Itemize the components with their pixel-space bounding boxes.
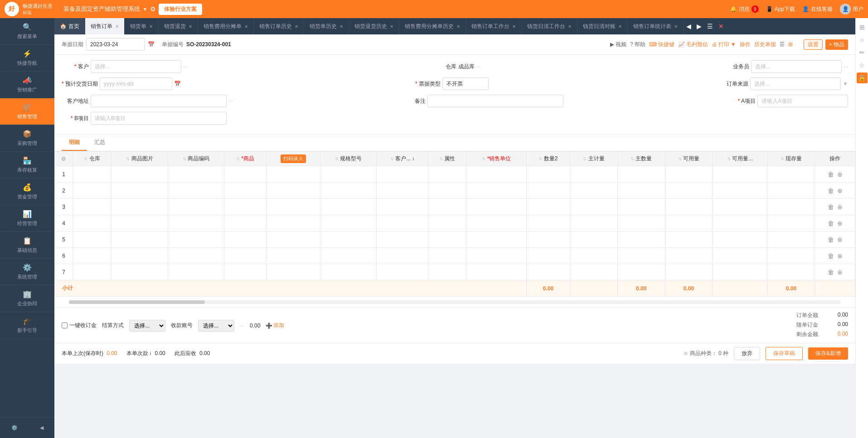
tab-home[interactable]: 🏠 首页 [54,18,85,34]
user-menu[interactable]: 👤 用户 [840,4,863,14]
tab-sales-back[interactable]: 销货单 ✕ [125,18,159,34]
warehouse-more-icon[interactable]: ··· [476,63,481,70]
sort-icon[interactable]: ⇅ [183,156,186,161]
delete-icon[interactable]: 🗑 [828,171,834,178]
right-icon-edit[interactable]: ✏ [857,47,868,58]
sidebar-item-finance[interactable]: 💰 资金管理 [0,178,54,205]
copy-icon[interactable]: ⊕ [837,171,843,178]
sort-icon[interactable]: ⇅ [538,156,542,161]
payment-method-select[interactable]: 选择... [129,320,165,332]
delete-icon[interactable]: 🗑 [828,252,834,260]
tab-credit-clear-workbench[interactable]: 钱货日清工作台 ✕ [522,18,577,34]
col-header-gear[interactable]: ⚙ [55,152,73,166]
copy-icon[interactable]: ⊕ [837,252,843,260]
salesperson-more-icon[interactable]: ··· [844,63,848,70]
solution-button[interactable]: 体验行业方案 [159,4,202,15]
address-more-icon[interactable]: ··· [228,98,233,104]
delete-icon[interactable]: 🗑 [828,269,834,276]
sort-icon[interactable]: ⇅ [390,156,394,161]
order-source-input[interactable] [750,77,841,90]
order-source-dropdown-icon[interactable]: ▼ [843,81,848,87]
settings-right-button[interactable]: 设置 [804,39,823,50]
copy-icon[interactable]: ⊕ [837,187,843,194]
b-project-input[interactable] [91,112,227,125]
tab-close-order-history[interactable]: ✕ [295,24,298,29]
sidebar-item-marketing[interactable]: 📣 营销推广 [0,72,54,98]
account-select[interactable]: 选择... [198,320,234,332]
copy-icon[interactable]: ⊕ [837,236,843,243]
one-click-deposit-checkbox[interactable]: 一键收订金 [62,322,97,329]
customer-more-icon[interactable]: ··· [183,63,188,70]
sidebar-item-inventory[interactable]: 🏪 库存核算 [0,152,54,178]
tab-close-sales-workbench[interactable]: ✕ [512,24,516,29]
calendar-icon[interactable]: 📅 [148,41,155,48]
tab-close-credit-verify[interactable]: ✕ [618,24,622,29]
tab-close-sales-return[interactable]: ✕ [189,24,192,29]
delete-icon[interactable]: 🗑 [828,187,834,194]
right-icon-lock[interactable]: 🔒 [857,72,868,83]
delete-icon[interactable]: 🗑 [828,220,834,227]
sidebar-item-newbie[interactable]: 🎓 新手引导 [0,312,54,339]
tab-scroll-right-btn[interactable]: ▶ [694,23,704,30]
sort-icon[interactable]: ⇅ [727,156,731,161]
add-item-button[interactable]: + 物品 [825,39,848,50]
tab-close-return-history[interactable]: ✕ [390,24,393,29]
help-btn[interactable]: ? 帮助 [630,41,645,48]
delivery-calendar-icon[interactable]: 📅 [174,81,181,87]
sort-icon[interactable]: ⇅ [236,156,240,161]
tab-sales-return-history[interactable]: 销货退货历史 ✕ [349,18,399,34]
tab-close-back-history[interactable]: ✕ [339,24,343,29]
list-view-btn[interactable]: ☰ [780,41,785,48]
add-payment-btn[interactable]: ➕ 添加 [266,322,284,329]
sort-icon[interactable]: ⇅ [781,156,784,161]
tab-sales-return[interactable]: 销货退货 ✕ [159,18,198,34]
tab-close-expense-history[interactable]: ✕ [456,24,460,29]
inner-tab-summary[interactable]: 汇总 [87,135,112,151]
tab-sales-expense-split[interactable]: 销售费用分摊单 ✕ [198,18,254,34]
notification-bell[interactable]: 🔔 消息 9 [730,5,759,13]
discard-button[interactable]: 放弃 [734,347,760,360]
online-service-link[interactable]: 👤 在线客服 [802,5,833,13]
sort-icon[interactable]: ⇅ [126,156,130,161]
sort-icon[interactable]: ⇅ [482,156,485,161]
system-settings-icon[interactable]: ⚙ [150,5,156,13]
sort-icon[interactable]: ⇅ [678,156,682,161]
sidebar-settings-gear[interactable]: ⚙️ [9,421,20,434]
tab-sales-workbench[interactable]: 销售订单工作台 ✕ [466,18,522,34]
app-download-link[interactable]: 📱 App下载 [766,5,795,13]
a-project-input[interactable] [757,95,848,107]
tab-close-sales-back[interactable]: ✕ [149,24,153,29]
tab-expense-history[interactable]: 销售费用分摊单历史 ✕ [399,18,466,34]
right-icon-star[interactable]: ☆ [857,60,868,71]
tab-list-btn[interactable]: ☰ [704,23,716,30]
table-gear-icon[interactable]: ⚙ [61,156,66,162]
right-icon-circle[interactable]: ○ [857,34,868,45]
profit-estimate-btn[interactable]: 📈 毛利预估 [678,41,708,48]
copy-icon[interactable]: ⊕ [837,269,843,276]
dropdown-arrow-icon[interactable]: ▼ [143,7,147,12]
history-btn[interactable]: 历史单据 [754,41,776,48]
customer-input[interactable] [91,60,181,73]
save-new-button[interactable]: 保存&新增 [808,347,848,360]
account-more-icon[interactable]: ··· [240,322,244,329]
sidebar-item-enterprise[interactable]: 🏢 企业协同 [0,285,54,312]
copy-icon[interactable]: ⊕ [837,220,843,227]
sort-icon[interactable]: ⇅ [439,156,443,161]
sidebar-item-sales[interactable]: 🛒 销售管理 [0,98,54,125]
sort-icon[interactable]: ⇅ [630,156,634,161]
tab-sales-summary[interactable]: 销售订单统计表 ✕ [628,18,684,34]
customer-address-input[interactable] [91,95,227,107]
tab-sales-back-history[interactable]: 销货单历史 ✕ [304,18,349,34]
sort-icon[interactable]: ⇅ [335,156,339,161]
tab-close-sales-order[interactable]: ✕ [115,24,119,29]
tab-credit-verify[interactable]: 钱货日清对账 ✕ [577,18,628,34]
sidebar-item-operations[interactable]: 📊 经营管理 [0,205,54,232]
date-input[interactable] [86,38,145,51]
sidebar-item-purchase[interactable]: 📦 采购管理 [0,125,54,152]
scan-input-button[interactable]: 扫码录入 [281,154,306,163]
tab-sales-order[interactable]: 销售订单 ✕ [85,18,125,34]
salesperson-input[interactable] [751,60,842,73]
sort-icon[interactable]: ⇅ [583,156,587,161]
tab-close-expense-split[interactable]: ✕ [244,24,248,29]
inner-tab-detail[interactable]: 明细 [62,135,87,151]
